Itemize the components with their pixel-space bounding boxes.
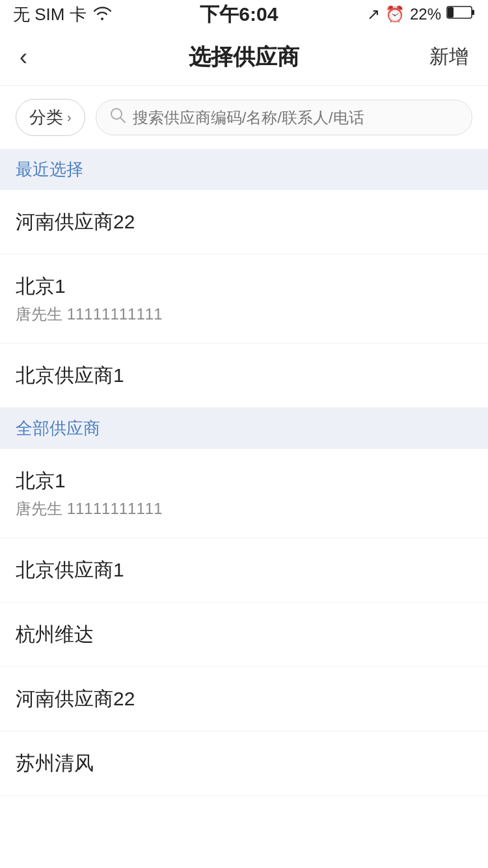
supplier-name: 杭州维达 <box>16 621 472 648</box>
chevron-right-icon: › <box>67 110 72 125</box>
list-item[interactable]: 河南供应商22 <box>0 667 488 731</box>
status-left: 无 SIM 卡 <box>13 3 111 26</box>
supplier-detail: 唐先生 11111111111 <box>16 498 472 519</box>
supplier-name: 北京1 <box>16 273 472 300</box>
list-item[interactable]: 苏州清风 <box>0 731 488 796</box>
section-header-all: 全部供应商 <box>0 408 488 449</box>
svg-rect-1 <box>472 10 474 15</box>
status-bar: 无 SIM 卡 下午6:04 ↗ ⏰ 22% <box>0 0 488 29</box>
svg-line-4 <box>120 118 125 122</box>
list-item[interactable]: 北京供应商1 <box>0 344 488 408</box>
category-label: 分类 <box>29 106 63 129</box>
page-title: 选择供应商 <box>189 42 299 72</box>
no-sim-label: 无 SIM 卡 <box>13 3 87 26</box>
list-item[interactable]: 北京供应商1 <box>0 538 488 603</box>
supplier-name: 河南供应商22 <box>16 685 472 712</box>
nav-bar: ‹ 选择供应商 新增 <box>0 29 488 86</box>
section-header-recent: 最近选择 <box>0 149 488 190</box>
supplier-name: 北京供应商1 <box>16 556 472 584</box>
supplier-detail: 唐先生 11111111111 <box>16 304 472 325</box>
search-icon <box>109 107 126 128</box>
svg-rect-2 <box>448 7 454 18</box>
supplier-name: 北京供应商1 <box>16 362 472 389</box>
status-right: ↗ ⏰ 22% <box>367 5 475 23</box>
location-icon: ↗ <box>367 5 380 23</box>
add-button[interactable]: 新增 <box>429 44 468 70</box>
list-item[interactable]: 杭州维达 <box>0 603 488 667</box>
status-time: 下午6:04 <box>200 1 278 28</box>
supplier-name: 河南供应商22 <box>16 208 472 236</box>
battery-label: 22% <box>410 5 441 23</box>
filter-row: 分类 › <box>0 86 488 149</box>
list-item[interactable]: 河南供应商22 <box>0 190 488 254</box>
list-item[interactable]: 北京1唐先生 11111111111 <box>0 254 488 344</box>
list-item[interactable]: 北京1唐先生 11111111111 <box>0 449 488 538</box>
supplier-name: 北京1 <box>16 467 472 495</box>
category-filter-button[interactable]: 分类 › <box>16 99 85 136</box>
supplier-name: 苏州清风 <box>16 750 472 777</box>
back-button[interactable]: ‹ <box>20 44 59 71</box>
supplier-list: 最近选择河南供应商22北京1唐先生 11111111111北京供应商1全部供应商… <box>0 149 488 796</box>
battery-icon <box>446 5 475 23</box>
wifi-icon <box>93 5 111 25</box>
search-box[interactable] <box>96 100 472 135</box>
search-input[interactable] <box>133 109 459 127</box>
alarm-icon: ⏰ <box>385 5 405 23</box>
